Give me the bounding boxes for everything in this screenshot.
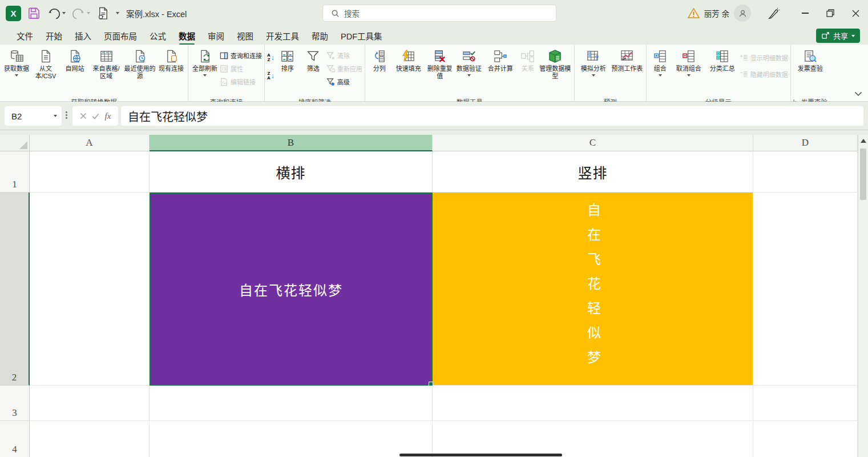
cell-c4[interactable] — [433, 421, 753, 457]
sort-descending-button[interactable]: ZA ↓ — [267, 70, 274, 82]
row-header-1[interactable]: 1 — [0, 151, 30, 193]
restore-button[interactable] — [818, 0, 843, 26]
cell-d3[interactable] — [753, 386, 858, 421]
column-header-a[interactable]: A — [30, 135, 150, 151]
redo-button[interactable] — [71, 6, 90, 21]
cell-a4[interactable] — [30, 421, 150, 457]
edit-links-button: 编辑链接 — [220, 76, 262, 87]
filter-button[interactable]: 筛选 — [301, 47, 326, 96]
tab-data[interactable]: 数据 — [172, 27, 201, 45]
redo-dropdown-icon[interactable] — [87, 12, 90, 14]
what-if-analysis-button[interactable]: ? 模拟分析 — [577, 47, 610, 96]
undo-dropdown-icon[interactable] — [62, 12, 66, 14]
sort-ascending-button[interactable]: AZ ↓ — [267, 51, 274, 64]
column-header-c[interactable]: C — [433, 135, 753, 151]
scrollbar-thumb[interactable] — [860, 149, 866, 200]
cancel-entry-icon[interactable] — [80, 113, 87, 119]
qat-customize-icon[interactable] — [116, 12, 119, 14]
titlebar-right-cluster: 丽芳 余 — [687, 0, 868, 26]
tab-file[interactable]: 文件 — [10, 27, 39, 45]
vertical-scrollbar[interactable] — [858, 135, 868, 457]
cell-c3[interactable] — [433, 386, 753, 421]
cell-b1[interactable]: 横排 — [150, 151, 433, 193]
formula-bar-handle[interactable] — [66, 111, 67, 119]
confirm-entry-icon[interactable] — [92, 113, 99, 119]
tab-developer[interactable]: 开发工具 — [260, 27, 305, 45]
get-data-button[interactable]: 获取数据 — [2, 47, 31, 96]
scroll-up-icon[interactable] — [861, 139, 866, 143]
minimize-button[interactable] — [793, 0, 818, 26]
cell-b3[interactable] — [150, 386, 433, 421]
cell-d2[interactable] — [753, 193, 858, 386]
tab-page-layout[interactable]: 页面布局 — [98, 27, 143, 45]
grid-spacer — [0, 130, 868, 135]
consolidate-button[interactable]: 合并计算 — [484, 47, 517, 96]
cell-a2[interactable] — [30, 193, 150, 386]
tab-view[interactable]: 视图 — [231, 27, 260, 45]
flash-fill-button[interactable]: 快速填充 — [392, 47, 425, 96]
group-button[interactable]: 组合 — [649, 47, 672, 96]
cell-a3[interactable] — [30, 386, 150, 421]
document-title: 案例.xlsx - Excel — [126, 7, 187, 19]
from-text-csv-button[interactable]: 从文本/CSV — [31, 47, 60, 96]
from-table-range-button[interactable]: 来自表格/区域 — [90, 47, 123, 96]
cell-d1[interactable] — [753, 151, 858, 193]
cell-c1[interactable]: 竖排 — [433, 151, 753, 193]
share-button[interactable]: 共享 — [816, 29, 860, 43]
select-all-corner[interactable] — [0, 135, 30, 151]
button-label: 自网站 — [66, 65, 84, 73]
tab-insert[interactable]: 插入 — [68, 27, 98, 45]
data-validation-button[interactable]: 数据验证 — [455, 47, 483, 96]
close-button[interactable] — [843, 0, 868, 26]
cell-b2-selected[interactable]: 自在飞花轻似梦 — [150, 193, 433, 386]
sort-button[interactable]: 排序 — [275, 47, 300, 96]
tab-help[interactable]: 帮助 — [305, 27, 334, 45]
sort-letter-a: A — [267, 76, 271, 81]
invoice-check-button[interactable]: 发票查验 — [796, 47, 825, 96]
recent-sources-button[interactable]: 最近使用的源 — [123, 47, 156, 96]
forecast-sheet-button[interactable]: 预测工作表 — [611, 47, 644, 96]
tab-formulas[interactable]: 公式 — [143, 27, 172, 45]
dropdown-icon — [659, 74, 662, 77]
queries-connections-button[interactable]: 查询和连接 — [220, 50, 262, 61]
formula-input[interactable]: 自在飞花轻似梦 — [121, 106, 863, 126]
refresh-all-button[interactable]: 全部刷新 — [191, 47, 219, 96]
cell-a1[interactable] — [30, 151, 150, 193]
existing-connections-button[interactable]: 现有连接 — [157, 47, 185, 96]
column-header-b[interactable]: B — [150, 135, 433, 151]
warning-icon[interactable] — [687, 6, 701, 21]
subtotal-button[interactable]: 分类汇总 — [706, 47, 739, 96]
tab-home[interactable]: 开始 — [39, 27, 68, 45]
name-box-dropdown-icon[interactable] — [54, 115, 57, 117]
remove-duplicates-button[interactable]: 删除重复值 — [426, 47, 454, 96]
column-header-d[interactable]: D — [753, 135, 858, 151]
tab-review[interactable]: 审阅 — [201, 27, 231, 45]
cell-c2[interactable]: 自在飞花轻似梦 — [433, 193, 753, 386]
insert-function-button[interactable]: fx — [104, 111, 111, 121]
user-name[interactable]: 丽芳 余 — [704, 7, 729, 19]
row-header-2[interactable]: 2 — [0, 193, 30, 386]
sort-icon — [280, 49, 294, 63]
from-web-button[interactable]: 自网站 — [60, 47, 89, 96]
name-box[interactable]: B2 — [5, 106, 62, 126]
advanced-filter-button[interactable]: 高级 — [326, 76, 362, 87]
ink-pen-button[interactable] — [766, 6, 780, 21]
refresh-icon — [198, 49, 212, 63]
search-input[interactable]: 搜索 — [322, 5, 556, 22]
fill-handle[interactable] — [429, 382, 433, 386]
row-header-3[interactable]: 3 — [0, 386, 30, 421]
avatar[interactable] — [734, 5, 751, 22]
cell-b4[interactable] — [150, 421, 433, 457]
save-button[interactable] — [27, 6, 41, 21]
cell-d4[interactable] — [753, 421, 858, 457]
row-header-4[interactable]: 4 — [0, 421, 30, 457]
tab-pdf-tools[interactable]: PDF工具集 — [334, 27, 389, 45]
collapse-ribbon-button[interactable] — [854, 90, 862, 98]
ribbon-group-forecast: ? 模拟分析 预测工作表 预测 — [575, 45, 647, 101]
ungroup-button[interactable]: 取消组合 — [672, 47, 705, 96]
print-preview-button[interactable] — [96, 6, 110, 21]
undo-button[interactable] — [47, 6, 66, 21]
cell-reference: B2 — [11, 111, 54, 121]
text-to-columns-button[interactable]: 分列 — [368, 47, 391, 96]
manage-data-model-button[interactable]: 管理数据模型 — [539, 47, 572, 96]
